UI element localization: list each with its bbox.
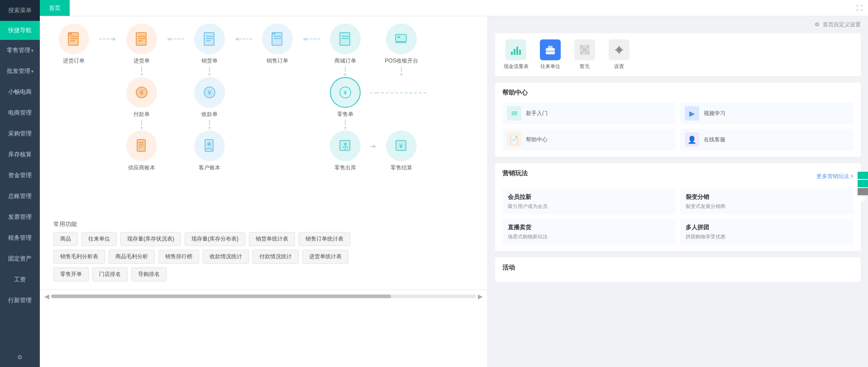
marketing-item-live[interactable]: 直播卖货 场景式购物新玩法 <box>502 219 676 245</box>
sidebar-search[interactable]: 搜索菜单 <box>0 0 40 21</box>
empty-icon <box>574 39 595 60</box>
sidebar-item-invoice[interactable]: 发票管理 <box>0 207 40 227</box>
node-payment-out[interactable]: ¥ 付款单 <box>117 77 167 118</box>
func-btn-goods[interactable]: 商品 <box>53 232 78 246</box>
node-customer-account[interactable]: 客户账本 <box>185 130 234 172</box>
func-row-1: 商品 往来单位 现存量(库存状况表) 现存量(库存分布表) 销货单统计表 销售订… <box>53 232 474 246</box>
home-customize[interactable]: ⚙ 首页自定义设置 <box>495 21 861 29</box>
scroll-left[interactable]: ◀ <box>44 293 49 300</box>
sidebar-item-wholesale[interactable]: 批发管理 ▾ <box>0 61 40 82</box>
sidebar-item-ecom-mgmt[interactable]: 电商管理 <box>0 102 40 123</box>
sidebar-item-purchase[interactable]: 采购管理 <box>0 123 40 144</box>
beginner-icon: ✉ <box>507 106 521 121</box>
float-buttons: 客服热线 服务社区 桌面快捷 <box>858 172 868 195</box>
node-label: POS收银开台 <box>385 57 418 65</box>
svg-text:¥: ¥ <box>343 89 347 96</box>
activity-section: 活动 <box>495 257 861 282</box>
func-row-3: 零售开单 门店排名 导购排名 <box>53 267 474 281</box>
quick-icon-settings[interactable]: 设置 <box>606 39 633 70</box>
func-btn-store-rank[interactable]: 门店排名 <box>92 267 128 281</box>
help-item-beginner[interactable]: ✉ 新手入门 <box>502 102 676 124</box>
node-supplier-account[interactable]: 供应商账本 <box>117 130 167 172</box>
sidebar-item-other[interactable]: 行新管理 <box>0 290 40 311</box>
func-row-2: 销售毛利分析表 商品毛利分析 销售排行榜 收款情况统计 付款情况统计 进货单统计… <box>53 250 474 264</box>
float-btn-desktop[interactable]: 桌面快捷 <box>858 188 868 195</box>
scroll-right[interactable]: ▶ <box>478 293 483 300</box>
node-label: 零售结算 <box>391 164 412 172</box>
sidebar-item-retail[interactable]: 零售管理 ▾ <box>0 40 40 61</box>
func-btn-sale-profit[interactable]: 销售毛利分析表 <box>53 250 105 264</box>
node-label: 零售出库 <box>334 164 356 172</box>
func-btn-sale-rank[interactable]: 销售排行榜 <box>158 250 199 264</box>
sidebar-item-tax[interactable]: 税务管理 <box>0 227 40 248</box>
quick-icon-label: 暂无 <box>580 63 590 70</box>
quick-icons: 现金流量表 往来单位 暂无 <box>495 33 861 76</box>
docs-icon: 📄 <box>507 132 521 147</box>
func-btn-guide-rank[interactable]: 导购排名 <box>131 267 167 281</box>
cashflow-icon <box>506 39 526 60</box>
marketing-item-group[interactable]: 多人拼团 拼团购物享受优惠 <box>680 219 854 245</box>
sidebar: 搜索菜单 快捷导航 零售管理 ▾ 批发管理 ▾ 小畅电商 电商管理 采购管理 库… <box>0 0 40 367</box>
help-item-label: 新手入门 <box>526 110 548 117</box>
flow-diagram: 进货订单 ▶ 进货单 <box>40 16 487 216</box>
sidebar-item-finance[interactable]: 资金管理 <box>0 165 40 186</box>
node-purchase-order[interactable]: 进货订单 <box>49 24 99 65</box>
node-label: 客户账本 <box>199 164 220 172</box>
svg-rect-21 <box>397 36 400 38</box>
sidebar-item-ledger[interactable]: 总账管理 <box>0 186 40 207</box>
node-pos[interactable]: POS收银开台 <box>377 24 426 65</box>
node-sale-order[interactable]: 销售订单 <box>253 24 302 65</box>
func-btn-stock1[interactable]: 现存量(库存状况表) <box>120 232 181 246</box>
video-icon: ▶ <box>685 106 699 121</box>
quick-icon-cashflow[interactable]: 现金流量表 <box>502 39 529 70</box>
expand-icon[interactable]: ⛶ <box>851 5 868 12</box>
func-btn-purchase-stat[interactable]: 进货单统计表 <box>302 250 348 264</box>
node-payment-in[interactable]: ¥ 收款单 <box>185 77 234 118</box>
sidebar-item-salary[interactable]: 工资 <box>0 269 40 290</box>
help-item-service[interactable]: 👤 在线客服 <box>680 129 854 150</box>
func-btn-sale-order-stat[interactable]: 销售订单统计表 <box>299 232 350 246</box>
marketing-item-title: 直播卖货 <box>508 223 670 232</box>
scroll-track[interactable] <box>51 295 476 298</box>
node-purchase[interactable]: 进货单 <box>117 24 167 65</box>
top-tabs: 首页 ⛶ <box>40 0 868 16</box>
float-btn-service[interactable]: 客服热线 <box>858 172 868 179</box>
marketing-item-member[interactable]: 会员拉新 吸引用户成为会员 <box>502 188 676 214</box>
marketing-item-desc: 场景式购物新玩法 <box>508 233 670 240</box>
func-btn-payment-stat[interactable]: 付款情况统计 <box>253 250 299 264</box>
svg-rect-17 <box>340 33 350 45</box>
sidebar-settings[interactable]: ⚙ <box>0 348 40 367</box>
scroll-thumb <box>51 295 391 298</box>
sidebar-nav-active[interactable]: 快捷导航 <box>0 21 40 40</box>
quick-icon-units[interactable]: 往来单位 <box>537 39 564 70</box>
func-btn-receipt-stat[interactable]: 收款情况统计 <box>203 250 249 264</box>
quick-icon-empty[interactable]: 暂无 <box>571 39 598 70</box>
node-retail-settle[interactable]: ¥ 零售结算 <box>377 130 426 172</box>
node-mall-order[interactable]: 商城订单 <box>320 24 370 65</box>
marketing-item-title: 会员拉新 <box>508 193 670 201</box>
marketing-item-desc: 拼团购物享受优惠 <box>686 233 848 240</box>
func-btn-sale-stat[interactable]: 销货单统计表 <box>249 232 295 246</box>
func-btn-retail-order[interactable]: 零售开单 <box>53 267 89 281</box>
func-btn-units[interactable]: 往来单位 <box>81 232 117 246</box>
sidebar-item-ecom[interactable]: 小畅电商 <box>0 82 40 102</box>
svg-rect-29 <box>137 140 145 151</box>
node-sale[interactable]: 销货单 <box>185 24 234 65</box>
func-btn-stock2[interactable]: 现存量(库存分布表) <box>185 232 245 246</box>
node-retail[interactable]: ¥ 零售单 <box>320 77 370 118</box>
help-item-docs[interactable]: 📄 帮助中心 <box>502 129 676 150</box>
gear-icon: ⚙ <box>815 21 820 28</box>
sidebar-item-assets[interactable]: 固定资产 <box>0 248 40 269</box>
sidebar-item-inventory[interactable]: 库存核算 <box>0 144 40 165</box>
float-btn-community[interactable]: 服务社区 <box>858 180 868 187</box>
more-marketing-link[interactable]: 更多营销玩法 > <box>816 173 854 180</box>
help-item-video[interactable]: ▶ 视频学习 <box>680 102 854 124</box>
svg-text:¥: ¥ <box>399 142 403 150</box>
tab-home[interactable]: 首页 <box>40 0 70 16</box>
svg-text:¥: ¥ <box>139 89 143 96</box>
node-retail-out[interactable]: 零售出库 <box>320 130 370 172</box>
marketing-item-fission[interactable]: 裂变分销 裂变式发展分销商 <box>680 188 854 214</box>
func-btn-goods-profit[interactable]: 商品毛利分析 <box>109 250 155 264</box>
svg-point-50 <box>617 48 621 52</box>
svg-rect-5 <box>136 33 146 45</box>
